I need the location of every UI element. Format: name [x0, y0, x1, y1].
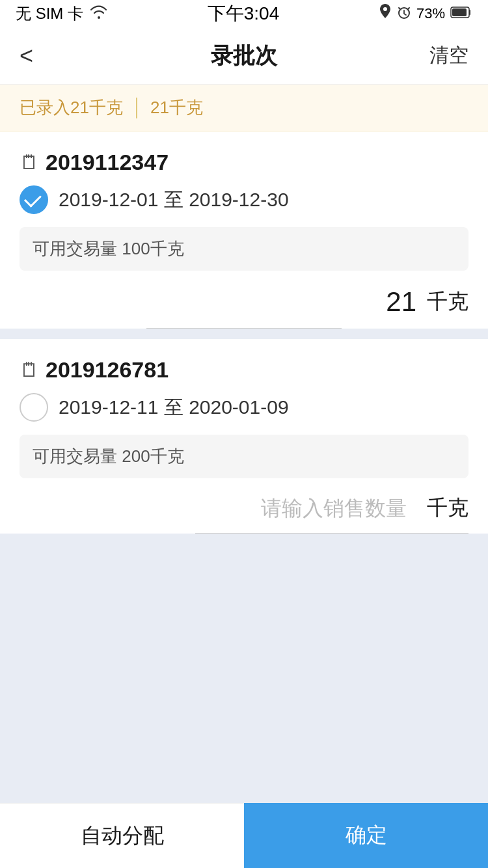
- back-button[interactable]: <: [20, 42, 59, 70]
- carrier-text: 无 SIM 卡: [16, 3, 83, 24]
- page-title: 录批次: [211, 41, 277, 71]
- card-1-qty-unit: 千克: [427, 288, 468, 316]
- card-1: 🗒 2019112347 2019-12-01 至 2019-12-30 可用交…: [0, 131, 488, 329]
- card-1-avail: 可用交易量 100千克: [20, 227, 468, 271]
- battery-icon: [450, 5, 472, 22]
- location-icon: [379, 4, 392, 23]
- card-1-date-row[interactable]: 2019-12-01 至 2019-12-30: [20, 185, 468, 214]
- card-1-id: 2019112347: [46, 150, 169, 175]
- card-2-icon: 🗒: [20, 359, 39, 381]
- battery-text: 73%: [416, 5, 445, 22]
- card-2-radio[interactable]: [20, 393, 48, 422]
- card-2: 🗒 2019126781 2019-12-11 至 2020-01-09 可用交…: [0, 339, 488, 534]
- card-1-radio[interactable]: [20, 185, 48, 214]
- card-2-header: 🗒 2019126781: [20, 357, 468, 383]
- info-banner: 已录入21千克 21千克: [0, 85, 488, 131]
- card-2-date-row[interactable]: 2019-12-11 至 2020-01-09: [20, 393, 468, 422]
- auto-distribute-button[interactable]: 自动分配: [0, 803, 244, 868]
- card-separator-1: [0, 329, 488, 339]
- alarm-icon: [397, 5, 411, 23]
- card-2-date: 2019-12-11 至 2020-01-09: [59, 394, 289, 421]
- status-time: 下午3:04: [208, 1, 280, 26]
- card-1-qty-value: 21: [386, 286, 416, 318]
- card-1-icon: 🗒: [20, 152, 39, 174]
- svg-rect-2: [452, 8, 467, 16]
- card-2-qty-unit: 千克: [427, 494, 468, 522]
- clear-button[interactable]: 清空: [429, 42, 468, 69]
- already-label: 已录入21千克: [20, 96, 123, 119]
- card-2-id: 2019126781: [46, 357, 169, 383]
- card-1-header: 🗒 2019112347: [20, 150, 468, 175]
- status-left: 无 SIM 卡: [16, 3, 108, 24]
- card-1-qty-row: 21 千克: [0, 271, 488, 318]
- card-2-qty-input[interactable]: [20, 496, 416, 521]
- bottom-bar: 自动分配 确定: [0, 803, 488, 868]
- card-2-avail: 可用交易量 200千克: [20, 435, 468, 478]
- card-1-date: 2019-12-01 至 2019-12-30: [59, 187, 289, 213]
- status-right: 73%: [379, 4, 472, 23]
- wifi-icon: [90, 5, 108, 23]
- confirm-button[interactable]: 确定: [244, 803, 488, 868]
- status-bar: 无 SIM 卡 下午3:04 73%: [0, 0, 488, 27]
- nav-bar: < 录批次 清空: [0, 27, 488, 85]
- card-2-input-row[interactable]: 千克: [0, 478, 488, 522]
- info-divider: [136, 98, 137, 118]
- info-amount: 21千克: [150, 96, 203, 119]
- empty-area: [0, 534, 488, 813]
